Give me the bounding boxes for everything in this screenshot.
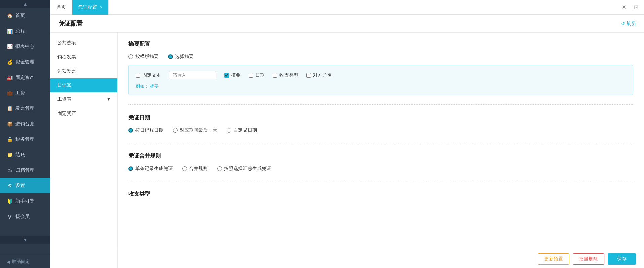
window-restore-button[interactable]: ⊡ — [631, 3, 641, 12]
merge-radio-single[interactable]: 单条记录生成凭证 — [128, 166, 173, 172]
window-close-button[interactable]: ✕ — [619, 3, 629, 12]
sidebar-item-closing[interactable]: 📁 结账 — [0, 147, 50, 163]
sidebar: ▲ 🏠 首页 📊 总账 📈 报表中心 💰 资金管理 🏭 固定资产 💼 工资 📋 — [0, 0, 50, 268]
main-area: 首页 凭证配置 × ✕ ⊡ 凭证配置 ↺ 刷新 — [50, 0, 644, 268]
left-nav-sales-invoice[interactable]: 销项发票 — [50, 50, 117, 64]
divider-1 — [128, 104, 633, 105]
checkbox-date-input[interactable] — [249, 73, 253, 78]
closing-icon: 📁 — [7, 152, 13, 158]
summary-radio-select-input[interactable] — [168, 54, 173, 59]
sidebar-cancel-pin[interactable]: ◀ 取消固定 — [0, 255, 50, 268]
tab-home[interactable]: 首页 — [50, 0, 72, 15]
payroll-icon: 💼 — [7, 90, 13, 96]
income-type-section: 收支类型 — [128, 191, 633, 198]
merge-radio-single-input[interactable] — [128, 166, 133, 171]
checkbox-date[interactable]: 日期 — [249, 72, 265, 78]
sidebar-item-funds[interactable]: 💰 资金管理 — [0, 54, 50, 70]
batch-delete-button[interactable]: 批量删除 — [573, 253, 604, 265]
merge-radio-rule-input[interactable] — [182, 166, 187, 171]
sidebar-item-guide[interactable]: 🔰 新手引导 — [0, 193, 50, 209]
sidebar-item-invoices[interactable]: 📋 发票管理 — [0, 101, 50, 116]
summary-radio-select[interactable]: 选择摘要 — [168, 54, 194, 60]
purchase-icon: 📦 — [7, 121, 13, 127]
divider-3 — [128, 181, 633, 181]
left-nav: 公共选项 销项发票 进项发票 日记账 工资表 ▼ — [50, 33, 118, 268]
update-preview-button[interactable]: 更新预置 — [538, 253, 569, 265]
date-radio-journal-input[interactable] — [128, 128, 133, 133]
checkbox-summary-input[interactable] — [224, 73, 229, 78]
guide-icon: 🔰 — [7, 198, 13, 204]
checkbox-income-type[interactable]: 收支类型 — [273, 72, 298, 78]
summary-options-box: 固定文本 摘要 日期 — [128, 65, 633, 95]
date-radio-custom-input[interactable] — [227, 128, 231, 133]
right-content: 摘要配置 按模版摘要 选择摘要 — [118, 33, 644, 268]
ledger-icon: 📊 — [7, 28, 13, 34]
example-text: 例如： 摘要 — [136, 83, 626, 89]
sidebar-item-archive[interactable]: 🗂 归档管理 — [0, 163, 50, 178]
summary-radio-group: 按模版摘要 选择摘要 — [128, 54, 633, 60]
page-title: 凭证配置 — [59, 19, 83, 28]
save-button[interactable]: 保存 — [608, 253, 636, 265]
page-wrapper: 凭证配置 ↺ 刷新 公共选项 销项发票 — [50, 15, 644, 268]
sidebar-scroll-up[interactable]: ▲ — [0, 0, 50, 8]
sidebar-item-purchase[interactable]: 📦 进销台账 — [0, 116, 50, 132]
checkbox-fixed-text[interactable]: 固定文本 — [136, 72, 161, 78]
sidebar-item-home[interactable]: 🏠 首页 — [0, 8, 50, 24]
merge-radio-group: 单条记录生成凭证 合并规则 按照选择汇总生成凭证 — [128, 166, 633, 172]
funds-icon: 💰 — [7, 59, 13, 65]
summary-radio-template-input[interactable] — [128, 54, 133, 59]
home-icon: 🏠 — [7, 13, 13, 19]
left-nav-journal[interactable]: 日记账 — [50, 78, 117, 92]
checkbox-counterpart-input[interactable] — [306, 73, 311, 78]
sidebar-item-settings[interactable]: ⚙ 设置 — [0, 178, 50, 193]
bottom-bar: 更新预置 批量删除 保存 — [118, 250, 644, 268]
merge-radio-aggregate[interactable]: 按照选择汇总生成凭证 — [217, 166, 271, 172]
sidebar-item-reports[interactable]: 📈 报表中心 — [0, 39, 50, 54]
refresh-icon: ↺ — [621, 21, 625, 26]
left-nav-payroll-table[interactable]: 工资表 ▼ — [50, 92, 117, 106]
tab-close-button[interactable]: × — [100, 5, 102, 10]
date-section: 凭证日期 按日记账日期 对应期间最后一天 — [128, 114, 633, 133]
invoices-icon: 📋 — [7, 105, 13, 111]
sidebar-item-member[interactable]: V 畅会员 — [0, 209, 50, 224]
tab-voucher-config[interactable]: 凭证配置 × — [72, 0, 109, 15]
checkbox-fixed-text-input[interactable] — [136, 73, 140, 78]
summary-section-title: 摘要配置 — [128, 41, 633, 48]
left-nav-fixed-assets[interactable]: 固定资产 — [50, 106, 117, 121]
member-icon: V — [7, 214, 13, 220]
date-radio-custom[interactable]: 自定义日期 — [227, 127, 257, 133]
fixed-text-input[interactable] — [169, 71, 216, 79]
merge-radio-rule[interactable]: 合并规则 — [182, 166, 208, 172]
archive-icon: 🗂 — [7, 167, 13, 173]
divider-2 — [128, 143, 633, 143]
date-radio-period-last-input[interactable] — [173, 128, 178, 133]
merge-section-title: 凭证合并规则 — [128, 152, 633, 160]
checkbox-income-type-input[interactable] — [273, 73, 277, 78]
checkbox-counterpart[interactable]: 对方户名 — [306, 72, 332, 78]
sidebar-item-tax[interactable]: 🔒 税务管理 — [0, 132, 50, 147]
tab-bar-actions: ✕ ⊡ — [619, 3, 644, 12]
chevron-down-icon: ▼ — [107, 97, 111, 102]
tab-bar: 首页 凭证配置 × ✕ ⊡ — [50, 0, 644, 15]
left-nav-purchase-invoice[interactable]: 进项发票 — [50, 64, 117, 78]
sidebar-scroll-down[interactable]: ▼ — [0, 236, 50, 244]
sidebar-item-assets[interactable]: 🏭 固定资产 — [0, 70, 50, 85]
checkbox-summary[interactable]: 摘要 — [224, 72, 240, 78]
date-radio-journal[interactable]: 按日记账日期 — [128, 127, 163, 133]
reports-icon: 📈 — [7, 44, 13, 50]
assets-icon: 🏭 — [7, 75, 13, 81]
tax-icon: 🔒 — [7, 136, 13, 142]
refresh-button[interactable]: ↺ 刷新 — [621, 20, 636, 27]
merge-section: 凭证合并规则 单条记录生成凭证 合并规则 — [128, 152, 633, 172]
date-radio-group: 按日记账日期 对应期间最后一天 自定义日期 — [128, 127, 633, 133]
date-radio-period-last[interactable]: 对应期间最后一天 — [173, 127, 217, 133]
sidebar-item-payroll[interactable]: 💼 工资 — [0, 85, 50, 101]
summary-radio-template[interactable]: 按模版摘要 — [128, 54, 159, 60]
content-area: 凭证配置 ↺ 刷新 公共选项 销项发票 — [50, 15, 644, 268]
body-split: 公共选项 销项发票 进项发票 日记账 工资表 ▼ — [50, 33, 644, 268]
merge-radio-aggregate-input[interactable] — [217, 166, 222, 171]
left-nav-public[interactable]: 公共选项 — [50, 36, 117, 50]
pin-icon: ◀ — [7, 259, 10, 264]
sidebar-item-ledger[interactable]: 📊 总账 — [0, 24, 50, 39]
summary-checkbox-row: 固定文本 摘要 日期 — [136, 71, 626, 79]
